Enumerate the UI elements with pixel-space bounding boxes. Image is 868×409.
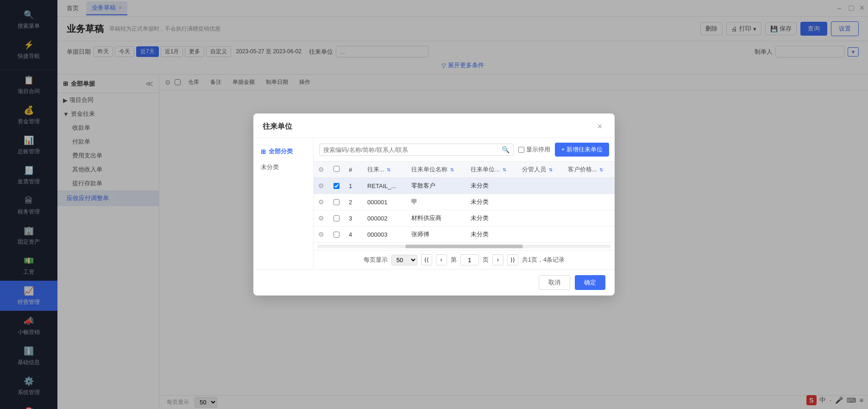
dialog-title: 往来单位 xyxy=(263,122,292,132)
search-box: 🔍 xyxy=(319,144,514,156)
confirm-button[interactable]: 确定 xyxy=(575,275,605,290)
table-header: ⚙ # 往来... ⇅ xyxy=(314,162,615,178)
table-row[interactable]: ⚙ 1 RETAIL_... 零散客户 未分类 xyxy=(314,178,615,194)
row4-checkbox[interactable] xyxy=(329,227,344,243)
row1-category: 未分类 xyxy=(466,178,517,194)
row1-num: 1 xyxy=(344,178,363,194)
col-header-salesperson[interactable]: 分管人员 ⇅ xyxy=(517,162,563,178)
cancel-button[interactable]: 取消 xyxy=(539,275,570,290)
row-settings-icon: ⚙ xyxy=(318,182,324,189)
horizontal-scrollbar[interactable] xyxy=(317,245,611,248)
sort-salesperson-icon: ⇅ xyxy=(549,167,553,172)
row-settings-icon: ⚙ xyxy=(318,231,324,238)
dialog-category-panel: ⊞ 全部分类 未分类 xyxy=(253,138,314,269)
dialog-body: ⊞ 全部分类 未分类 🔍 显示停用 xyxy=(253,138,615,269)
row2-num: 2 xyxy=(344,194,363,210)
add-partner-button[interactable]: + 新增往来单位 xyxy=(555,143,609,157)
row-settings-icon: ⚙ xyxy=(318,198,324,206)
last-page-btn[interactable]: ⟩⟩ xyxy=(507,254,518,265)
row1-price xyxy=(563,178,615,194)
row4-salesperson xyxy=(517,227,563,243)
row2-salesperson xyxy=(517,194,563,210)
header-row: ⚙ # 往来... ⇅ xyxy=(314,162,615,178)
scrollbar-thumb[interactable] xyxy=(405,245,523,248)
header-checkbox[interactable] xyxy=(333,166,340,172)
page-label: 页 xyxy=(483,256,489,264)
sort-code-icon: ⇅ xyxy=(387,167,390,172)
row4-name: 张师傅 xyxy=(407,227,466,243)
row3-salesperson xyxy=(517,210,563,227)
row3-cb[interactable] xyxy=(333,215,340,221)
search-icon: 🔍 xyxy=(502,146,509,153)
row3-num: 3 xyxy=(344,210,363,227)
row1-name: 零散客户 xyxy=(407,178,466,194)
dialog-page-size-select[interactable]: 50 100 xyxy=(391,255,417,265)
sort-price-icon: ⇅ xyxy=(599,167,603,172)
col-header-checkbox[interactable] xyxy=(329,162,344,178)
col-header-name[interactable]: 往来单位名称 ⇅ xyxy=(407,162,466,178)
dialog-category-all[interactable]: ⊞ 全部分类 xyxy=(253,144,313,159)
dialog-pagination: 每页显示 50 100 ⟨⟨ ‹ 第 页 › ⟩⟩ 共1页，4条记录 xyxy=(314,250,615,269)
row3-code: 000002 xyxy=(363,210,407,227)
row4-category: 未分类 xyxy=(466,227,517,243)
row2-category: 未分类 xyxy=(466,194,517,210)
table-body: ⚙ 1 RETAIL_... 零散客户 未分类 ⚙ xyxy=(314,178,615,243)
show-disabled-label: 显示停用 xyxy=(526,145,550,154)
page-size-label: 每页显示 xyxy=(364,256,388,264)
col-header-price[interactable]: 客户价格... ⇅ xyxy=(563,162,615,178)
row4-num: 4 xyxy=(344,227,363,243)
row4-settings[interactable]: ⚙ xyxy=(314,227,329,243)
row4-cb[interactable] xyxy=(333,232,340,238)
next-page-btn[interactable]: › xyxy=(492,254,503,265)
row1-settings[interactable]: ⚙ xyxy=(314,178,329,194)
col-header-category[interactable]: 往来单位... ⇅ xyxy=(466,162,517,178)
dialog-toolbar: 🔍 显示停用 + 新增往来单位 xyxy=(314,138,615,162)
row1-code: RETAIL_... xyxy=(363,178,407,194)
row3-settings[interactable]: ⚙ xyxy=(314,210,329,227)
row1-cb[interactable] xyxy=(333,183,340,189)
table-row[interactable]: ⚙ 3 000002 材料供应商 未分类 xyxy=(314,210,615,227)
first-page-btn[interactable]: ⟨⟨ xyxy=(421,254,432,265)
show-disabled-toggle[interactable]: 显示停用 xyxy=(518,145,550,154)
row-settings-icon: ⚙ xyxy=(318,214,324,222)
sort-category-icon: ⇅ xyxy=(503,167,506,172)
dialog-header: 往来单位 × xyxy=(253,113,615,138)
dialog-partner: 往来单位 × ⊞ 全部分类 未分类 🔍 xyxy=(253,113,615,296)
row4-price xyxy=(563,227,615,243)
row2-price xyxy=(563,194,615,210)
dialog-actions: 取消 确定 xyxy=(253,269,615,296)
sort-name-icon: ⇅ xyxy=(450,167,454,172)
row1-salesperson xyxy=(517,178,563,194)
partners-table: ⚙ # 往来... ⇅ xyxy=(314,162,615,243)
col-header-num: # xyxy=(344,162,363,178)
col-header-settings[interactable]: ⚙ xyxy=(314,162,329,178)
row2-cb[interactable] xyxy=(333,199,340,205)
table-row[interactable]: ⚙ 4 000003 张师傅 未分类 xyxy=(314,227,615,243)
prev-page-btn[interactable]: ‹ xyxy=(436,254,447,265)
modal-overlay[interactable]: 往来单位 × ⊞ 全部分类 未分类 🔍 xyxy=(0,0,868,409)
dialog-right-area: 🔍 显示停用 + 新增往来单位 ⚙ xyxy=(314,138,615,269)
row2-name: 甲 xyxy=(407,194,466,210)
table-row[interactable]: ⚙ 2 000001 甲 未分类 xyxy=(314,194,615,210)
row3-category: 未分类 xyxy=(466,210,517,227)
row3-checkbox[interactable] xyxy=(329,210,344,227)
row3-price xyxy=(563,210,615,227)
grid-icon-small: ⊞ xyxy=(261,148,266,155)
col-header-code[interactable]: 往来... ⇅ xyxy=(363,162,407,178)
search-input[interactable] xyxy=(323,146,499,153)
dialog-category-uncategorized[interactable]: 未分类 xyxy=(253,159,313,175)
dialog-table: ⚙ # 往来... ⇅ xyxy=(314,162,615,243)
row2-checkbox[interactable] xyxy=(329,194,344,210)
row2-settings[interactable]: ⚙ xyxy=(314,194,329,210)
show-disabled-checkbox[interactable] xyxy=(518,147,524,153)
row2-code: 000001 xyxy=(363,194,407,210)
settings-col-icon: ⚙ xyxy=(318,166,324,173)
row3-name: 材料供应商 xyxy=(407,210,466,227)
page-num-label: 第 xyxy=(451,256,457,264)
total-label: 共1页，4条记录 xyxy=(522,256,565,264)
dialog-close-button[interactable]: × xyxy=(594,121,605,132)
row1-checkbox[interactable] xyxy=(329,178,344,194)
row4-code: 000003 xyxy=(363,227,407,243)
page-number-input[interactable] xyxy=(460,254,479,265)
